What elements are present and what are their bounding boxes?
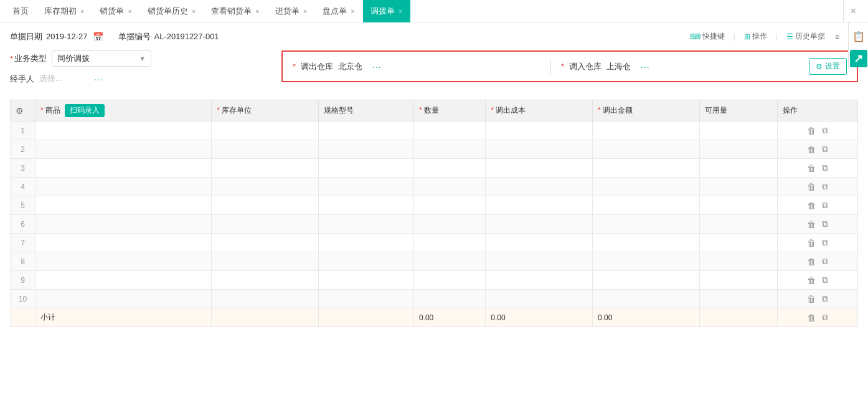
spec-cell[interactable]	[318, 271, 413, 290]
cost-cell[interactable]	[486, 234, 593, 252]
copy-icon[interactable]: ⧉	[821, 274, 829, 287]
delete-icon[interactable]: 🗑	[806, 143, 817, 156]
spec-cell[interactable]	[318, 234, 413, 252]
cost-cell[interactable]	[486, 290, 593, 308]
unit-cell[interactable]	[212, 178, 319, 196]
spec-cell[interactable]	[318, 121, 413, 140]
history-button[interactable]: ☰ 历史单据	[784, 30, 828, 43]
amount-cell[interactable]	[593, 159, 700, 178]
copy-icon[interactable]: ⧉	[821, 292, 829, 305]
warehouse-out-value[interactable]: 北京仓	[338, 61, 362, 72]
amount-cell[interactable]	[593, 140, 700, 159]
spec-cell[interactable]	[318, 159, 413, 178]
cost-cell[interactable]	[486, 159, 593, 178]
tab-sales-history[interactable]: 销货单历史 ×	[140, 0, 204, 22]
spec-cell[interactable]	[318, 252, 413, 271]
spec-cell[interactable]	[318, 178, 413, 196]
cost-cell[interactable]	[486, 178, 593, 196]
qty-cell[interactable]	[413, 140, 485, 159]
unit-cell[interactable]	[212, 140, 319, 159]
qty-cell[interactable]	[413, 159, 485, 178]
qty-cell[interactable]	[413, 252, 485, 271]
calendar-icon[interactable]: 📅	[93, 32, 103, 42]
product-cell[interactable]	[35, 215, 212, 234]
amount-cell[interactable]	[593, 290, 700, 308]
amount-cell[interactable]	[593, 215, 700, 234]
tab-inventory-check-close[interactable]: ×	[351, 7, 354, 15]
handler-input[interactable]: 选择...	[39, 73, 89, 85]
delete-icon[interactable]: 🗑	[806, 237, 817, 249]
tab-inventory-init-close[interactable]: ×	[80, 7, 84, 15]
delete-icon[interactable]: 🗑	[806, 218, 817, 231]
sidebar-export-icon[interactable]: ↗	[850, 50, 867, 67]
unit-cell[interactable]	[212, 196, 319, 215]
tab-purchase-order[interactable]: 进货单 ×	[268, 0, 315, 22]
delete-icon[interactable]: 🗑	[806, 274, 817, 287]
qty-cell[interactable]	[413, 234, 485, 252]
copy-icon[interactable]: ⧉	[821, 161, 829, 174]
scan-button[interactable]: 扫码录入	[65, 104, 105, 117]
sidebar-note-icon[interactable]: 📋	[850, 27, 867, 45]
product-cell[interactable]	[35, 271, 212, 290]
tab-purchase-order-close[interactable]: ×	[303, 7, 307, 15]
copy-icon[interactable]: ⧉	[821, 124, 829, 137]
qty-cell[interactable]	[413, 196, 485, 215]
copy-icon[interactable]: ⧉	[821, 143, 829, 156]
cost-cell[interactable]	[486, 196, 593, 215]
unit-cell[interactable]	[212, 252, 319, 271]
amount-cell[interactable]	[593, 178, 700, 196]
spec-cell[interactable]	[318, 196, 413, 215]
amount-cell[interactable]	[593, 121, 700, 140]
unit-cell[interactable]	[212, 121, 319, 140]
unit-cell[interactable]	[212, 215, 319, 234]
product-cell[interactable]	[35, 178, 212, 196]
delete-icon[interactable]: 🗑	[806, 199, 817, 212]
copy-icon[interactable]: ⧉	[821, 255, 829, 268]
tab-sales-history-close[interactable]: ×	[192, 7, 196, 15]
warehouse-out-more-icon[interactable]: ···	[372, 62, 382, 72]
copy-icon[interactable]: ⧉	[821, 236, 829, 249]
copy-icon[interactable]: ⧉	[821, 199, 829, 212]
unit-cell[interactable]	[212, 271, 319, 290]
amount-cell[interactable]	[593, 234, 700, 252]
warehouse-in-value[interactable]: 上海仓	[606, 61, 631, 72]
qty-cell[interactable]	[413, 290, 485, 308]
tab-inventory-check[interactable]: 盘点单 ×	[315, 0, 362, 22]
product-cell[interactable]	[35, 121, 212, 140]
tab-sales-order[interactable]: 销货单 ×	[92, 0, 139, 22]
layout-button[interactable]: ≡	[833, 31, 842, 42]
tab-sales-order-close[interactable]: ×	[128, 7, 131, 15]
warehouse-in-more-icon[interactable]: ···	[641, 62, 650, 72]
delete-icon[interactable]: 🗑	[806, 181, 817, 193]
operation-button[interactable]: ⊞ 操作	[742, 30, 770, 43]
delete-icon[interactable]: 🗑	[806, 125, 817, 137]
tab-home[interactable]: 首页	[5, 0, 37, 22]
product-cell[interactable]	[35, 290, 212, 308]
biz-type-select[interactable]: 同价调拨 ▼	[52, 50, 151, 67]
qty-cell[interactable]	[413, 178, 485, 196]
th-settings[interactable]: ⚙	[11, 100, 35, 121]
product-cell[interactable]	[35, 140, 212, 159]
qty-cell[interactable]	[413, 271, 485, 290]
spec-cell[interactable]	[318, 215, 413, 234]
tab-view-sales-close[interactable]: ×	[255, 7, 259, 15]
settings-button[interactable]: ⚙ 设置	[809, 58, 847, 75]
spec-cell[interactable]	[318, 140, 413, 159]
cost-cell[interactable]	[486, 271, 593, 290]
copy-icon[interactable]: ⧉	[821, 217, 829, 231]
delete-icon[interactable]: 🗑	[806, 162, 817, 174]
amount-cell[interactable]	[593, 196, 700, 215]
handler-more-icon[interactable]: ···	[94, 74, 103, 84]
copy-icon[interactable]: ⧉	[821, 180, 829, 193]
cost-cell[interactable]	[486, 140, 593, 159]
shortcut-button[interactable]: ⌨ 快捷键	[687, 30, 727, 43]
spec-cell[interactable]	[318, 290, 413, 308]
copy-icon[interactable]: ⧉	[821, 311, 829, 324]
tab-transfer-order[interactable]: 调拨单 ×	[363, 0, 410, 22]
delete-icon[interactable]: 🗑	[806, 255, 817, 268]
window-close-button[interactable]: ×	[843, 0, 863, 22]
unit-cell[interactable]	[212, 234, 319, 252]
cost-cell[interactable]	[486, 121, 593, 140]
tab-transfer-order-close[interactable]: ×	[399, 7, 402, 15]
unit-cell[interactable]	[212, 290, 319, 308]
